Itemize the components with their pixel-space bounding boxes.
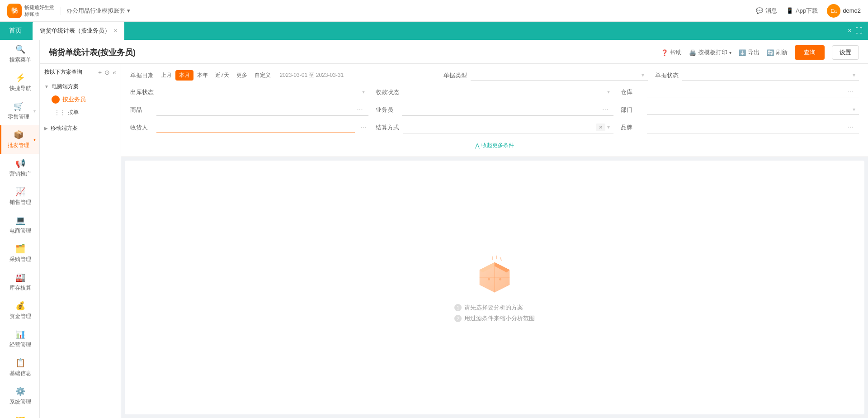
scheme-mobile-group-header[interactable]: ▶ 移动端方案 <box>40 122 121 134</box>
settlement-field: 结算方式 ✕ ▾ <box>376 122 614 133</box>
settlement-x-tag: ✕ <box>596 124 605 131</box>
ecommerce-icon: 💻 <box>15 215 25 225</box>
logo-icon: 畅 <box>7 4 22 18</box>
warehouse-label: 仓库 <box>621 88 643 96</box>
sidebar-item-inventory[interactable]: 🏭 库存核算 <box>0 268 39 296</box>
scheme-sub-item-doc[interactable]: ⋮⋮ 按单 <box>40 106 121 119</box>
logo-text: 畅捷通好生意 标账版 <box>24 4 54 17</box>
tab-home[interactable]: 首页 <box>0 22 31 40</box>
settlement-x-btn[interactable]: ✕ <box>599 124 603 130</box>
settlement-label: 结算方式 <box>376 124 399 132</box>
topbar-left: 畅 畅捷通好生意 标账版 办公用品行业模拟账套 ▾ <box>7 4 130 18</box>
sidebar-item-search[interactable]: 🔍 搜索菜单 <box>0 40 39 68</box>
empty-tip-1: 1 请先选择要分析的方案 <box>454 304 535 312</box>
goods-select[interactable]: ··· <box>156 104 368 116</box>
tip-num-2: 2 <box>454 315 462 322</box>
scheme-copy-icon[interactable]: ⊙ <box>104 69 110 76</box>
window-close-icon[interactable]: × <box>848 27 852 35</box>
sidebar-item-marketing[interactable]: 📢 营销推广 <box>0 154 39 182</box>
sidebar-item-ecommerce[interactable]: 💻 电商管理 <box>0 211 39 239</box>
inner-layout: 按以下方案查询 + ⊙ « ▼ 电脑端方案 按 按业务员 <box>40 64 868 418</box>
window-maximize-icon[interactable]: ⛶ <box>855 27 863 35</box>
purchase-icon: 🗂️ <box>15 244 25 254</box>
settlement-select[interactable]: ✕ ▾ <box>403 122 614 133</box>
query-button[interactable]: 查询 <box>795 45 825 60</box>
sidebar-item-system[interactable]: ⚙️ 系统管理 <box>0 382 39 410</box>
dept-field: 部门 ▾ <box>621 104 859 115</box>
topbar-right: 💬 消息 📱 App下载 Ea demo2 <box>756 4 861 18</box>
tab-controls: × ⛶ <box>842 27 868 35</box>
chevron-down-icon: ▾ <box>127 7 130 14</box>
sidebar-item-sales[interactable]: 📈 销售管理 <box>0 182 39 211</box>
empty-tips: 1 请先选择要分析的方案 2 用过滤条件来缩小分析范围 <box>454 304 535 323</box>
sidebar-label-operation: 经营管理 <box>9 341 31 349</box>
salesperson-select[interactable]: ··· <box>402 104 614 116</box>
salesperson-dots[interactable]: ··· <box>600 105 610 114</box>
doc-status-select[interactable]: ▾ <box>682 70 859 81</box>
tab-active[interactable]: 销货单统计表（按业务员） × <box>33 22 124 40</box>
sidebar-item-basic[interactable]: 📋 基础信息 <box>0 353 39 382</box>
tabbar: 首页 销货单统计表（按业务员） × × ⛶ <box>0 22 868 40</box>
date-btn-7days[interactable]: 近7天 <box>212 70 233 81</box>
tab-close-icon[interactable]: × <box>114 28 117 34</box>
app-download-action[interactable]: 📱 App下载 <box>786 7 818 15</box>
sidebar-item-purchase[interactable]: 🗂️ 采购管理 <box>0 239 39 268</box>
refresh-button[interactable]: 🔄 刷新 <box>767 48 788 57</box>
consignee-input[interactable] <box>156 122 355 133</box>
date-btn-this-year[interactable]: 本年 <box>193 70 212 81</box>
out-status-field: 出库状态 ▾ <box>130 87 368 97</box>
scheme-item-salesperson[interactable]: 按 按业务员 <box>40 93 121 106</box>
scheme-sub-item-doc-label: 按单 <box>68 109 79 116</box>
sidebar-item-retail[interactable]: 🛒 零售管理 ▾ <box>0 97 39 125</box>
mobile-group-label: 移动端方案 <box>51 124 78 132</box>
warehouse-select[interactable]: ··· <box>647 86 859 98</box>
print-button[interactable]: 🖨️ 按模板打印 ▾ <box>689 48 731 57</box>
tip-num-1: 1 <box>454 304 462 311</box>
date-btn-this-month[interactable]: 本月 <box>175 70 193 81</box>
collapse-button[interactable]: ⋀ 收起更多条件 <box>130 139 859 150</box>
user-name[interactable]: demo2 <box>843 7 861 14</box>
out-status-select[interactable]: ▾ <box>157 87 368 97</box>
operation-icon: 📊 <box>15 329 25 339</box>
brand-dots[interactable]: ··· <box>846 123 855 131</box>
date-btn-more[interactable]: 更多 <box>233 70 251 81</box>
nav-selector[interactable]: 办公用品行业模拟账套 ▾ <box>61 7 130 15</box>
date-btn-last-month[interactable]: 上月 <box>157 70 175 81</box>
doc-type-select[interactable]: ▾ <box>471 70 647 81</box>
brand-select[interactable]: ··· <box>647 121 859 133</box>
scheme-collapse-icon[interactable]: « <box>113 69 116 76</box>
message-action[interactable]: 💬 消息 <box>756 7 777 15</box>
scheme-add-icon[interactable]: + <box>98 69 102 76</box>
consignee-dots[interactable]: ··· <box>359 124 368 132</box>
doc-status-label: 单据状态 <box>655 71 679 80</box>
scheme-panel: 按以下方案查询 + ⊙ « ▼ 电脑端方案 按 按业务员 <box>40 64 121 418</box>
sidebar-item-enterprise[interactable]: 🤝 企业协同 <box>0 410 39 418</box>
dept-arrow: ▾ <box>853 106 855 113</box>
sidebar-item-finance[interactable]: 💰 资金管理 <box>0 296 39 325</box>
chevron-down-icon-wholesale: ▾ <box>33 137 36 142</box>
sidebar-item-wholesale[interactable]: 📦 批发管理 ▾ <box>0 125 39 154</box>
warehouse-dots[interactable]: ··· <box>846 88 855 96</box>
export-button[interactable]: ⬇️ 导出 <box>739 48 760 57</box>
goods-label: 商品 <box>130 106 153 114</box>
goods-dots[interactable]: ··· <box>355 105 364 114</box>
date-btn-custom[interactable]: 自定义 <box>251 70 274 81</box>
scheme-pc-group-header[interactable]: ▼ 电脑端方案 <box>40 81 121 93</box>
receipt-status-label: 收款状态 <box>376 88 399 96</box>
logo-area[interactable]: 畅 畅捷通好生意 标账版 <box>7 4 54 18</box>
help-button[interactable]: ❓ 帮助 <box>661 48 682 57</box>
brand-label: 品牌 <box>621 124 643 132</box>
receipt-status-select[interactable]: ▾ <box>403 87 614 97</box>
dept-select[interactable]: ▾ <box>647 104 859 115</box>
sidebar-label-search: 搜索菜单 <box>9 56 31 64</box>
empty-icon <box>472 253 517 298</box>
sidebar-item-operation[interactable]: 📊 经营管理 <box>0 325 39 353</box>
settings-button[interactable]: 设置 <box>832 45 859 60</box>
filter-row-3: 商品 ··· 业务员 ··· <box>130 104 859 116</box>
user-area[interactable]: Ea demo2 <box>827 4 861 18</box>
phone-icon: 📱 <box>786 7 793 14</box>
scheme-pc-section: ▼ 电脑端方案 按 按业务员 ⋮⋮ 按单 <box>40 79 121 120</box>
scheme-header-title: 按以下方案查询 <box>44 68 82 76</box>
sidebar-item-quicknav[interactable]: ⚡ 快捷导航 <box>0 68 39 97</box>
system-icon: ⚙️ <box>15 386 25 396</box>
